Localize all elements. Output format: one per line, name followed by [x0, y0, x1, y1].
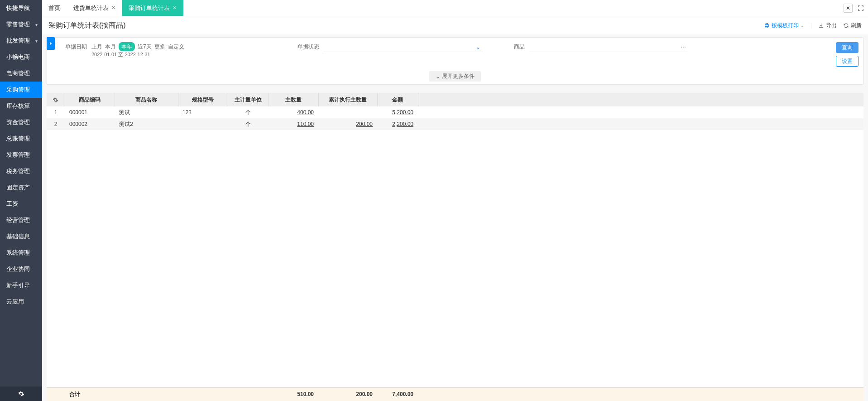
sidebar-item[interactable]: 资金管理 [0, 114, 42, 130]
sidebar-item-label: 快捷导航 [6, 4, 30, 12]
table-footer-row: 合计 510.00 200.00 7,400.00 [47, 387, 863, 401]
tab-label: 首页 [48, 4, 60, 12]
sidebar-item[interactable]: 批发管理▾ [0, 33, 42, 49]
cell-exec[interactable]: 200.00 [318, 118, 377, 130]
sidebar-item[interactable]: 零售管理▾ [0, 16, 42, 33]
col-header[interactable]: 商品编码 [65, 93, 115, 106]
cell-qty[interactable]: 110.00 [269, 118, 318, 130]
sidebar-item[interactable]: 采购管理 [0, 82, 42, 98]
sidebar-item-label: 云应用 [6, 298, 24, 306]
collapse-filter-handle[interactable] [47, 37, 55, 50]
col-header[interactable]: 金额 [377, 93, 418, 106]
sidebar-item-label: 企业协同 [6, 265, 30, 273]
sidebar-item[interactable]: 系统管理 [0, 245, 42, 261]
cell-amt[interactable]: 5,200.00 [377, 106, 418, 118]
footer-label: 合计 [65, 387, 115, 401]
cell-exec [318, 106, 377, 118]
sidebar-item[interactable]: 小畅电商 [0, 49, 42, 65]
sidebar-item-label: 工资 [6, 200, 18, 208]
tab[interactable]: 首页 [42, 0, 67, 16]
tab[interactable]: 进货单统计表✕ [67, 0, 122, 16]
sidebar-item-label: 系统管理 [6, 249, 30, 257]
chevron-down-icon: ⌄ [801, 23, 804, 28]
date-range-option[interactable]: 近7天 [138, 42, 152, 51]
date-range-option[interactable]: 上月 [91, 42, 102, 51]
row-index: 2 [47, 118, 65, 130]
sidebar-item[interactable]: 企业协同 [0, 261, 42, 277]
sidebar-item[interactable]: 快捷导航 [0, 0, 42, 16]
export-button[interactable]: 导出 [818, 22, 837, 29]
sidebar-item[interactable]: 经营管理 [0, 212, 42, 228]
refresh-button[interactable]: 刷新 [843, 22, 862, 29]
print-template-button[interactable]: 按模板打印 ⌄ [764, 22, 804, 29]
sidebar-item[interactable]: 库存核算 [0, 98, 42, 114]
sidebar-item[interactable]: 云应用 [0, 294, 42, 310]
status-select[interactable]: ⌄ [324, 42, 482, 52]
sidebar-item-label: 资金管理 [6, 118, 30, 126]
titlebar: 采购订单统计表(按商品) 按模板打印 ⌄ | 导出 刷新 [42, 16, 868, 34]
cell-name: 测试 [115, 106, 178, 118]
date-range-option[interactable]: 更多 [154, 42, 165, 51]
cell-unit: 个 [228, 106, 269, 118]
expand-filters-button[interactable]: ⌄ 展开更多条件 [429, 71, 481, 82]
sidebar-item-label: 电商管理 [6, 69, 30, 77]
sidebar-item[interactable]: 新手引导 [0, 277, 42, 294]
cell-code: 000002 [65, 118, 115, 130]
caret-down-icon: ▾ [35, 39, 38, 43]
col-header[interactable]: 商品名称 [115, 93, 178, 106]
filter-product-label: 商品 [514, 42, 525, 51]
sidebar-item[interactable]: 总账管理 [0, 130, 42, 147]
col-header[interactable]: 主数量 [269, 93, 318, 106]
chevron-down-icon: ⌄ [436, 73, 440, 80]
tab-label: 采购订单统计表 [129, 4, 170, 12]
fullscreen-button[interactable] [856, 4, 865, 13]
sidebar-item[interactable]: 基础信息 [0, 228, 42, 245]
cell-qty[interactable]: 400.00 [269, 106, 318, 118]
sidebar-item[interactable]: 税务管理 [0, 163, 42, 179]
cell-spec: 123 [178, 106, 228, 118]
date-range-option[interactable]: 本年 [119, 42, 135, 51]
close-icon[interactable]: ✕ [111, 5, 115, 11]
date-range-option[interactable]: 本月 [105, 42, 116, 51]
sidebar-item-label: 发票管理 [6, 151, 30, 159]
cell-unit: 个 [228, 118, 269, 130]
refresh-icon [843, 23, 849, 29]
product-input[interactable]: ⋯ [529, 42, 688, 52]
table-config-header[interactable] [47, 93, 65, 106]
col-header[interactable]: 主计量单位 [228, 93, 269, 106]
col-header[interactable]: 累计执行主数量 [318, 93, 377, 106]
table-row[interactable]: 2000002测试2个110.00200.002,200.00 [47, 118, 863, 130]
date-range-option[interactable]: 自定义 [168, 42, 184, 51]
footer-qty: 510.00 [269, 387, 318, 401]
close-icon[interactable]: ✕ [173, 5, 177, 11]
filter-panel: 单据日期 上月本月本年近7天更多自定义 2022-01-01 至 2022-12… [47, 37, 863, 85]
chevron-right-icon [48, 41, 53, 46]
cell-amt[interactable]: 2,200.00 [377, 118, 418, 130]
chevron-down-icon: ⌄ [476, 44, 480, 50]
col-header[interactable]: 规格型号 [178, 93, 228, 106]
sidebar-item-label: 采购管理 [6, 86, 30, 94]
footer-exec: 200.00 [318, 387, 377, 401]
sidebar-item-label: 基础信息 [6, 232, 30, 241]
close-tabs-button[interactable]: ✕ [844, 4, 853, 13]
settings-button[interactable]: 设置 [836, 56, 858, 67]
tab-label: 进货单统计表 [73, 4, 109, 12]
sidebar-item-label: 批发管理 [6, 37, 30, 45]
sidebar-item[interactable]: 工资 [0, 196, 42, 212]
filter-status-label: 单据状态 [297, 42, 319, 51]
table-row[interactable]: 1000001测试123个400.005,200.00 [47, 106, 863, 118]
sidebar-item-label: 经营管理 [6, 216, 30, 224]
sidebar-item-label: 库存核算 [6, 102, 30, 110]
tab[interactable]: 采购订单统计表✕ [122, 0, 183, 16]
sidebar-item[interactable]: 固定资产 [0, 179, 42, 196]
query-button[interactable]: 查询 [836, 42, 858, 53]
sidebar-item[interactable]: 发票管理 [0, 147, 42, 163]
footer-amt: 7,400.00 [377, 387, 418, 401]
svg-rect-1 [766, 23, 767, 24]
row-index: 1 [47, 106, 65, 118]
sidebar-item[interactable]: 电商管理 [0, 65, 42, 82]
sidebar-settings-button[interactable] [0, 387, 42, 401]
more-icon: ⋯ [681, 44, 686, 50]
cell-code: 000001 [65, 106, 115, 118]
tabbar: 首页进货单统计表✕采购订单统计表✕ ✕ [42, 0, 868, 16]
